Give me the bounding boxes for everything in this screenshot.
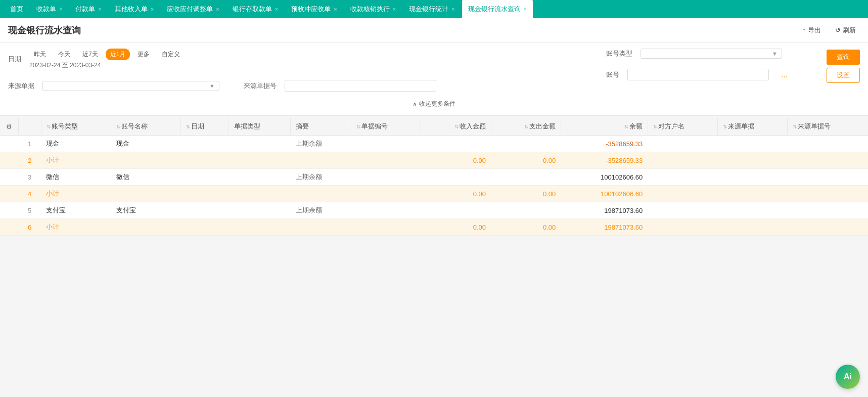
row-account-type: 现金 (41, 136, 111, 152)
table-row: 1 现金 现金 上期余额 -3528659.33 (0, 136, 868, 152)
account-type-label: 账号类型 (606, 49, 632, 58)
row-gear (0, 152, 18, 169)
settings-button[interactable]: 设置 (827, 68, 860, 83)
row-expense (491, 202, 561, 219)
data-table: ⚙ ⇅账号类型 ⇅账号名称 ⇅日期 单据类型 摘要 ⇅单据编号 ⇅收入金额 ⇅支… (0, 118, 868, 236)
table-row: 4 小计 0.00 0.00 100102606.60 (0, 186, 868, 202)
row-source-doc (717, 152, 787, 169)
tab-close-2[interactable]: × (151, 6, 154, 12)
row-doc-no (351, 202, 421, 219)
tab-close-0[interactable]: × (59, 6, 62, 12)
row-summary: 上期余额 (291, 136, 351, 152)
th-income[interactable]: ⇅收入金额 (421, 118, 491, 136)
account-no-row: 账号 ... (606, 69, 818, 80)
row-income: 0.00 (421, 152, 491, 169)
collapse-bar[interactable]: ∧ 收起更多条件 (8, 97, 860, 109)
tab-close-3[interactable]: × (216, 6, 219, 12)
refresh-button[interactable]: ↺ 刷新 (831, 24, 860, 37)
row-balance: -3528659.33 (561, 152, 648, 169)
row-doc-no (351, 152, 421, 169)
nav-tab-5[interactable]: 预收冲应收单 × (285, 0, 343, 18)
tab-close-7[interactable]: × (451, 6, 454, 12)
account-input[interactable] (627, 69, 769, 80)
row-balance: 19871073.60 (561, 202, 648, 219)
row-income: 0.00 (421, 219, 491, 236)
nav-tab-8[interactable]: 现金银行流水查询 × (462, 0, 533, 18)
date-btn-custom[interactable]: 自定义 (157, 49, 185, 60)
tab-close-5[interactable]: × (334, 6, 337, 12)
date-btn-1month[interactable]: 近1月 (106, 49, 130, 60)
date-label: 日期 (8, 55, 21, 64)
row-source-doc (717, 169, 787, 186)
row-num: 4 (18, 186, 41, 202)
th-account-name[interactable]: ⇅账号名称 (111, 118, 181, 136)
nav-tab-0[interactable]: 收款单 × (30, 0, 68, 18)
header-actions: ↑ 导出 ↺ 刷新 (799, 24, 860, 37)
source-doc-no-input[interactable] (285, 80, 436, 92)
table-container: ⚙ ⇅账号类型 ⇅账号名称 ⇅日期 单据类型 摘要 ⇅单据编号 ⇅收入金额 ⇅支… (0, 118, 868, 236)
date-btn-yesterday[interactable]: 昨天 (29, 49, 51, 60)
nav-tab-4[interactable]: 银行存取款单 × (226, 0, 284, 18)
source-doc-label: 来源单据 (8, 81, 34, 91)
nav-tab-3[interactable]: 应收应付调整单 × (161, 0, 225, 18)
nav-tab-7[interactable]: 现金银行统计 × (403, 0, 461, 18)
row-account-name (111, 152, 181, 169)
nav-tab-1[interactable]: 付款单 × (69, 0, 107, 18)
table-row: 5 支付宝 支付宝 上期余额 19871073.60 (0, 202, 868, 219)
row-doc-no (351, 169, 421, 186)
row-expense (491, 169, 561, 186)
row-date (181, 169, 229, 186)
th-doc-no[interactable]: ⇅单据编号 (351, 118, 421, 136)
row-doc-type (229, 152, 291, 169)
row-gear (0, 219, 18, 236)
export-button[interactable]: ↑ 导出 (799, 24, 826, 37)
row-summary (291, 152, 351, 169)
nav-tab-2[interactable]: 其他收入单 × (109, 0, 160, 18)
page-header: 现金银行流水查询 ↑ 导出 ↺ 刷新 (0, 18, 868, 42)
row-doc-no (351, 186, 421, 202)
row-account-type: 微信 (41, 169, 111, 186)
th-counterpart[interactable]: ⇅对方户名 (648, 118, 717, 136)
th-balance[interactable]: ⇅余额 (561, 118, 648, 136)
row-counterpart (648, 219, 717, 236)
row-balance: 100102606.60 (561, 186, 648, 202)
row-source-doc-no (788, 136, 868, 152)
th-account-type[interactable]: ⇅账号类型 (41, 118, 111, 136)
nav-home[interactable]: 首页 (4, 5, 29, 14)
tab-close-8[interactable]: × (524, 6, 527, 12)
row-account-type: 支付宝 (41, 202, 111, 219)
row-num: 6 (18, 219, 41, 236)
row-source-doc-no (788, 186, 868, 202)
row-gear (0, 169, 18, 186)
table-row: 3 微信 微信 上期余额 100102606.60 (0, 169, 868, 186)
account-type-select[interactable]: ▼ (641, 49, 782, 59)
row-num: 5 (18, 202, 41, 219)
row-date (181, 152, 229, 169)
row-gear (0, 136, 18, 152)
row-account-name (111, 219, 181, 236)
row-balance: -3528659.33 (561, 136, 648, 152)
dots-button[interactable]: ... (777, 69, 792, 80)
th-expense[interactable]: ⇅支出金额 (491, 118, 561, 136)
nav-tab-6[interactable]: 收款核销执行 × (344, 0, 402, 18)
date-btn-more[interactable]: 更多 (133, 49, 154, 60)
tab-close-1[interactable]: × (98, 6, 101, 12)
th-gear[interactable]: ⚙ (0, 118, 18, 136)
row-counterpart (648, 186, 717, 202)
th-source-doc[interactable]: ⇅来源单据 (717, 118, 787, 136)
row-source-doc (717, 136, 787, 152)
date-btn-7days[interactable]: 近7天 (78, 49, 103, 60)
date-btn-today[interactable]: 今天 (54, 49, 75, 60)
th-date[interactable]: ⇅日期 (181, 118, 229, 136)
th-source-doc-no[interactable]: ⇅来源单据号 (788, 118, 868, 136)
source-doc-select[interactable]: ▼ (42, 81, 219, 91)
tab-close-4[interactable]: × (275, 6, 278, 12)
refresh-icon: ↺ (835, 26, 841, 34)
tab-close-6[interactable]: × (393, 6, 396, 12)
table-row: 6 小计 0.00 0.00 19871073.60 (0, 219, 868, 236)
query-button[interactable]: 查询 (827, 50, 860, 65)
row-counterpart (648, 202, 717, 219)
row-date (181, 136, 229, 152)
collapse-label: 收起更多条件 (419, 100, 455, 108)
row-date (181, 186, 229, 202)
